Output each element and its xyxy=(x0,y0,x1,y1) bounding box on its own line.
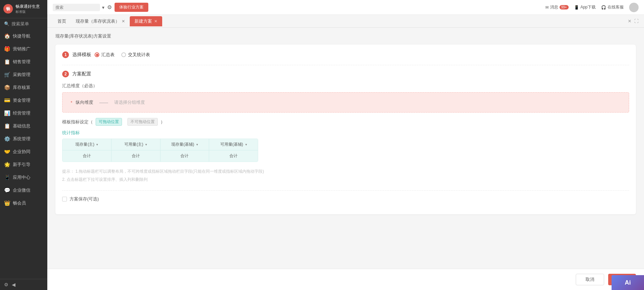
gift-icon: 🎁 xyxy=(4,46,10,52)
topbar-app-download-btn[interactable]: 📱 App下载 xyxy=(574,4,596,10)
crown-icon: 👑 xyxy=(4,200,10,206)
step1-header: 1 选择模板 汇总表 交叉统计表 xyxy=(62,51,629,58)
step2-title: 方案配置 xyxy=(72,71,91,77)
sidebar-logo: 畅 畅康通好生意 标准版 xyxy=(0,0,47,18)
dimension-label: 纵向维度 xyxy=(76,99,93,105)
stats-col-body-3: 合计 xyxy=(209,150,258,162)
stats-col-header-0[interactable]: 现存量(主) ▾ xyxy=(63,139,111,150)
sidebar-item-system[interactable]: ⚙️ 系统管理 xyxy=(0,132,47,145)
draggable-tag: 可拖动位置 xyxy=(96,118,122,126)
step2-header: 2 方案配置 xyxy=(62,71,629,77)
page-title: 现存量(库存状况表)方案设置 xyxy=(55,33,636,39)
topbar-search-input[interactable] xyxy=(53,4,100,11)
stats-col-2: 现存量(基辅) ▾ 合计 xyxy=(160,139,209,162)
topbar-service-btn[interactable]: 🎧 在线客服 xyxy=(601,4,624,10)
stats-col-0: 现存量(主) ▾ 合计 xyxy=(63,139,112,162)
topbar-right: ✉ 消息 99+ 📱 App下载 🎧 在线客服 xyxy=(545,3,639,12)
sidebar-item-wechat[interactable]: 💬 企业微信 xyxy=(0,184,47,197)
tab-new-scheme-close-btn[interactable]: ✕ xyxy=(154,19,157,24)
star-icon: 🌟 xyxy=(4,162,10,168)
sidebar-item-new-guide[interactable]: 🌟 新手引导 xyxy=(0,158,47,171)
tabbar: 首页 现存量（库存状况表） ✕ 新建方案 ✕ ✕ ⛶ xyxy=(47,15,644,28)
topbar-dropdown-btn[interactable]: ▾ xyxy=(102,5,104,10)
radio-cross-circle xyxy=(121,52,126,57)
scheme-settings-card: 1 选择模板 汇总表 交叉统计表 xyxy=(55,45,636,214)
chevron-down-icon-0: ▾ xyxy=(96,143,98,146)
sidebar-item-enterprise[interactable]: 🤝 企业协同 xyxy=(0,145,47,158)
headset-icon: 🎧 xyxy=(601,5,606,10)
footer-settings-btn[interactable]: ⚙ xyxy=(4,282,8,287)
search-menu-item[interactable]: 🔍 搜索菜单 xyxy=(0,18,47,30)
chevron-down-icon-2: ▾ xyxy=(196,143,198,146)
chevron-down-icon-3: ▾ xyxy=(245,143,247,146)
radio-cross[interactable]: 交叉统计表 xyxy=(121,52,150,58)
bottom-divider xyxy=(62,190,629,191)
sidebar: 畅 畅康通好生意 标准版 🔍 搜索菜单 🏠 快捷导航 🎁 营销推广 📋 销售管理… xyxy=(0,0,47,290)
stats-col-body-2: 合计 xyxy=(160,150,209,162)
sidebar-item-marketing[interactable]: 🎁 营销推广 xyxy=(0,43,47,55)
stats-col-header-2[interactable]: 现存量(基辅) ▾ xyxy=(160,139,209,150)
sidebar-item-purchase[interactable]: 🛒 采购管理 xyxy=(0,68,47,81)
system-icon: ⚙️ xyxy=(4,136,10,142)
bottom-bar: 取消 查询 xyxy=(47,269,644,290)
topbar-search-area: ▾ xyxy=(53,4,104,11)
sidebar-item-inventory[interactable]: 📦 库存核算 xyxy=(0,81,47,94)
tab-inventory-status[interactable]: 现存量（库存状况表） ✕ xyxy=(71,16,130,26)
stats-col-3: 可用量(基辅) ▾ 合计 xyxy=(209,139,258,162)
save-option-checkbox[interactable] xyxy=(62,197,67,201)
topbar-message-btn[interactable]: ✉ 消息 99+ xyxy=(545,4,569,10)
chart-icon: 📊 xyxy=(4,110,10,116)
summary-dimension-label: 汇总维度（必选） xyxy=(62,83,629,89)
topbar-left: ▾ ⚙ 体验行业方案 xyxy=(53,3,541,12)
sidebar-item-basic-info[interactable]: 📋 基础信息 xyxy=(0,120,47,132)
sidebar-item-membership[interactable]: 👑 畅会员 xyxy=(0,197,47,210)
topbar: ▾ ⚙ 体验行业方案 ✉ 消息 99+ 📱 App下载 🎧 在线客服 xyxy=(47,0,644,15)
stats-section-label: 统计指标 xyxy=(62,130,629,136)
tab-new-scheme[interactable]: 新建方案 ✕ xyxy=(130,16,162,26)
app-logo-icon: 畅 xyxy=(3,4,13,14)
message-icon: ✉ xyxy=(545,5,549,10)
stats-table: 现存量(主) ▾ 合计 可用量(主) ▾ 合计 xyxy=(62,139,258,162)
window-expand-btn[interactable]: ⛶ xyxy=(634,19,639,24)
search-icon: 🔍 xyxy=(4,21,9,26)
trial-industry-button[interactable]: 体验行业方案 xyxy=(115,3,148,12)
stats-col-header-1[interactable]: 可用量(主) ▾ xyxy=(112,139,160,150)
tab-home[interactable]: 首页 xyxy=(53,16,71,26)
step2-section: 2 方案配置 汇总维度（必选） * 纵向维度 —— 请选择分组维度 模板指标设定… xyxy=(62,71,629,184)
sidebar-item-sales[interactable]: 📋 销售管理 xyxy=(0,55,47,68)
dimension-dash: —— xyxy=(99,100,108,105)
stats-col-body-0: 合计 xyxy=(63,150,111,162)
save-option-label: 方案保存(可选) xyxy=(70,196,99,202)
sales-icon: 📋 xyxy=(4,59,10,65)
template-radio-group: 汇总表 交叉统计表 xyxy=(95,52,150,58)
step2-badge: 2 xyxy=(62,71,69,77)
tab-window-controls: ✕ ⛶ xyxy=(628,19,639,24)
step1-section: 1 选择模板 汇总表 交叉统计表 xyxy=(62,51,629,58)
user-avatar xyxy=(629,3,639,12)
chevron-down-icon-1: ▾ xyxy=(145,143,147,146)
cancel-button[interactable]: 取消 xyxy=(576,274,604,285)
topbar-settings-icon[interactable]: ⚙ xyxy=(107,4,112,10)
footer-collapse-btn[interactable]: ◀ xyxy=(12,282,16,287)
save-option-row: 方案保存(可选) xyxy=(62,196,629,202)
hint-box: 提示： 1.拖动标题栏可以调整布局，不可跨维度或指标区域拖动栏目字段(只能在同一… xyxy=(62,167,629,184)
ai-badge[interactable]: Ai xyxy=(612,275,644,290)
sidebar-item-quick-nav[interactable]: 🏠 快捷导航 xyxy=(0,30,47,43)
step1-title: 选择模板 xyxy=(72,52,91,58)
info-icon: 📋 xyxy=(4,123,10,129)
main-area: ▾ ⚙ 体验行业方案 ✉ 消息 99+ 📱 App下载 🎧 在线客服 xyxy=(47,0,644,290)
sidebar-item-operations[interactable]: 📊 经营管理 xyxy=(0,107,47,120)
content-area: 现存量(库存状况表)方案设置 1 选择模板 汇总表 交叉统计表 xyxy=(47,28,644,269)
box-icon: 📦 xyxy=(4,84,10,91)
tab-inventory-close-btn[interactable]: ✕ xyxy=(122,19,125,24)
cart-icon: 🛒 xyxy=(4,72,10,78)
required-dimension-box[interactable]: * 纵向维度 —— 请选择分组维度 xyxy=(62,92,629,113)
radio-summary[interactable]: 汇总表 xyxy=(95,52,115,58)
window-close-btn[interactable]: ✕ xyxy=(628,19,631,24)
sidebar-item-app-center[interactable]: 📱 应用中心 xyxy=(0,171,47,184)
handshake-icon: 🤝 xyxy=(4,149,10,155)
stats-col-header-3[interactable]: 可用量(基辅) ▾ xyxy=(209,139,258,150)
stats-table-header: 现存量(主) ▾ 合计 可用量(主) ▾ 合计 xyxy=(63,139,258,162)
sidebar-item-finance[interactable]: 💳 资金管理 xyxy=(0,94,47,107)
topbar-user-btn[interactable] xyxy=(629,3,639,12)
